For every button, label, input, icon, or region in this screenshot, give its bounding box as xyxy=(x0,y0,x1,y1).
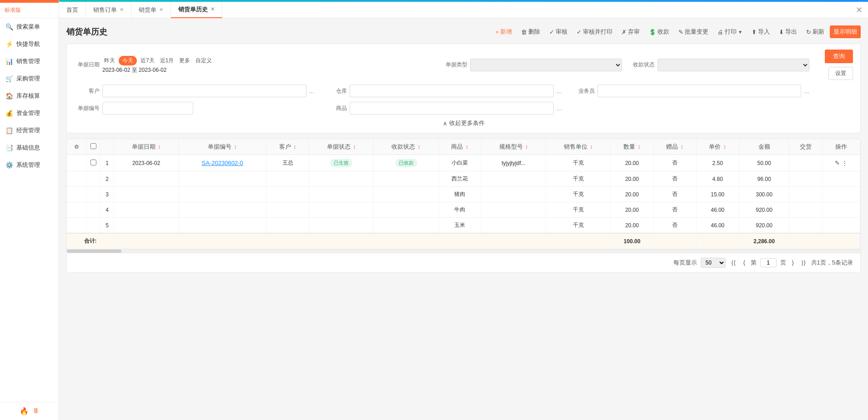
refresh-icon: ↻ xyxy=(806,29,811,35)
first-page-button[interactable]: ⟨⟨ xyxy=(729,258,738,267)
audit-print-label: 审核并打印 xyxy=(583,28,612,36)
edit-action-0[interactable]: ✎ xyxy=(834,159,841,167)
print-label: 打印 xyxy=(725,28,737,36)
td-customer-3 xyxy=(266,202,309,218)
delete-button[interactable]: 🗑 删除 xyxy=(517,25,544,38)
more-action-0[interactable]: ⋮ xyxy=(841,159,848,167)
sidebar-item-quick-nav[interactable]: ⚡ 快捷导航 xyxy=(0,35,59,53)
filter-warehouse-input[interactable] xyxy=(350,85,554,97)
audit-print-button[interactable]: ✓ 审核并打印 xyxy=(573,25,616,38)
sidebar-item-inventory[interactable]: 🏠 库存核算 xyxy=(0,87,59,105)
page-number-input[interactable] xyxy=(760,258,777,267)
set-button[interactable]: 设置 xyxy=(828,67,853,80)
td-customer-2 xyxy=(266,187,309,202)
page-content: 销货单历史 + 新增 🗑 删除 ✓ 审核 ✓ 审核并打印 xyxy=(59,18,868,420)
query-button[interactable]: 查询 xyxy=(825,50,853,63)
th-unit-price[interactable]: 单价 ↕ xyxy=(696,139,739,155)
tab-sales-goods[interactable]: 销货单 ✕ xyxy=(131,2,171,18)
th-goods[interactable]: 商品 ↕ xyxy=(438,139,481,155)
tab-sales-goods-close[interactable]: ✕ xyxy=(159,7,163,13)
date-custom[interactable]: 自定义 xyxy=(194,56,214,65)
td-checkbox-3 xyxy=(87,202,100,218)
sidebar-item-basic-info[interactable]: 📑 基础信息 xyxy=(0,139,59,156)
td-spec-type-4 xyxy=(481,218,546,234)
tab-sales-history-close[interactable]: ✕ xyxy=(211,6,215,12)
th-amount: 金额 xyxy=(739,139,789,155)
th-quantity[interactable]: 数量 ↕ xyxy=(611,139,653,155)
tab-sales-history[interactable]: 销货单历史 ✕ xyxy=(171,2,222,18)
scrollbar-thumb[interactable] xyxy=(67,250,121,253)
th-doc-num[interactable]: 单据编号 ↕ xyxy=(179,139,266,155)
th-transaction-label: 交货 xyxy=(800,143,812,150)
tab-sales-order-close[interactable]: ✕ xyxy=(120,7,124,13)
filter-collapse-button[interactable]: ∧ 收起更多条件 xyxy=(74,119,853,127)
main-area: 首页 销售订单 ✕ 销货单 ✕ 销货单历史 ✕ ✕ 销货单历史 + 新增 xyxy=(59,0,868,420)
tab-home[interactable]: 首页 xyxy=(59,2,86,18)
batch-change-label: 批量变更 xyxy=(685,28,708,36)
th-collect-status[interactable]: 收款状态 ↕ xyxy=(374,139,438,155)
next-page-button[interactable]: ⟩ xyxy=(790,258,796,267)
table-row: 2 西兰花 千克 20.00 否 4.80 96.00 xyxy=(67,171,860,187)
filter-docnum-input[interactable] xyxy=(102,102,193,115)
refresh-button[interactable]: ↻ 刷新 xyxy=(803,25,828,38)
doc-num-link-0[interactable]: SA-20230602-0 xyxy=(202,160,243,166)
filter-warehouse-dots[interactable]: ... xyxy=(557,87,562,95)
row-checkbox-0[interactable] xyxy=(90,160,96,165)
inventory-icon: 🏠 xyxy=(5,92,13,100)
date-1month[interactable]: 近1月 xyxy=(158,56,176,65)
td-checkbox-0 xyxy=(87,155,100,171)
date-today[interactable]: 今天 xyxy=(119,56,137,65)
close-all-tabs[interactable]: ✕ xyxy=(850,5,868,15)
add-label: 新增 xyxy=(500,28,512,36)
abandon-button[interactable]: ✗ 弃审 xyxy=(618,25,643,38)
sidebar-fire-icon[interactable]: 🔥 xyxy=(20,407,29,415)
th-customer-sort-icon: ↕ xyxy=(293,143,296,150)
export-button[interactable]: ⬇ 导出 xyxy=(775,25,801,38)
tab-sales-order-label: 销售订单 xyxy=(93,6,117,14)
table-row: 3 猪肉 千克 20.00 否 15.00 300.00 xyxy=(67,187,860,202)
sidebar-item-sys-mgmt[interactable]: ⚙️ 系统管理 xyxy=(0,156,59,174)
th-gift[interactable]: 赠品 ↕ xyxy=(653,139,696,155)
page-size-select[interactable]: 50 100 200 xyxy=(701,258,726,268)
horizontal-scrollbar[interactable] xyxy=(67,249,860,253)
sidebar-item-purchase-mgmt[interactable]: 🛒 采购管理 xyxy=(0,70,59,87)
th-sales-unit[interactable]: 销售单位 ↕ xyxy=(546,139,611,155)
td-quantity-0: 20.00 xyxy=(611,155,653,171)
filter-doc-type-select[interactable] xyxy=(470,59,622,71)
filter-goods-input[interactable] xyxy=(350,102,554,115)
td-goods-4: 玉米 xyxy=(438,218,481,234)
sidebar-item-search-menu[interactable]: 🔍 搜索菜单 xyxy=(0,18,59,35)
sidebar-item-operations[interactable]: 📋 经营管理 xyxy=(0,122,59,139)
collect-button[interactable]: 💲 收款 xyxy=(645,25,673,38)
th-doc-date[interactable]: 单据日期 ↕ xyxy=(114,139,179,155)
batch-change-button[interactable]: ✎ 批量变更 xyxy=(675,25,712,38)
filter-salesperson-input[interactable] xyxy=(597,85,802,97)
import-button[interactable]: ⬆ 导入 xyxy=(748,25,773,38)
total-records: 共1页，5条记录 xyxy=(811,259,853,267)
audit-button[interactable]: ✓ 审核 xyxy=(546,25,571,38)
tab-sales-order[interactable]: 销售订单 ✕ xyxy=(86,2,131,18)
sidebar-pause-icon[interactable]: ⏸ xyxy=(32,407,40,415)
filter-customer-dots[interactable]: ... xyxy=(309,87,315,95)
th-spec-type[interactable]: 规格型号 ↕ xyxy=(481,139,546,155)
sidebar-item-finance[interactable]: 💰 资金管理 xyxy=(0,105,59,122)
filter-docnum-label: 单据编号 xyxy=(74,105,100,112)
filter-customer-input[interactable] xyxy=(102,85,306,97)
add-button[interactable]: + 新增 xyxy=(492,25,516,38)
last-page-button[interactable]: ⟩⟩ xyxy=(799,258,808,267)
th-settings[interactable]: ⚙ xyxy=(67,139,87,155)
print-button[interactable]: 🖨 打印 ▼ xyxy=(714,25,746,38)
show-detail-button[interactable]: 显示明细 xyxy=(830,25,861,38)
filter-salesperson-dots[interactable]: ... xyxy=(804,87,809,95)
filter-goods-dots[interactable]: ... xyxy=(557,105,562,112)
summary-gift-spacer xyxy=(653,233,696,249)
th-customer[interactable]: 客户 ↕ xyxy=(266,139,309,155)
date-more[interactable]: 更多 xyxy=(177,56,192,65)
date-yesterday[interactable]: 昨天 xyxy=(102,56,117,65)
filter-collect-status-select[interactable] xyxy=(657,59,809,71)
sidebar-item-sales-mgmt[interactable]: 📊 销售管理 xyxy=(0,53,59,70)
th-doc-status[interactable]: 单据状态 ↕ xyxy=(309,139,374,155)
prev-page-button[interactable]: ⟨ xyxy=(741,258,747,267)
date-7days[interactable]: 近7天 xyxy=(139,56,156,65)
select-all-checkbox[interactable] xyxy=(90,143,96,149)
